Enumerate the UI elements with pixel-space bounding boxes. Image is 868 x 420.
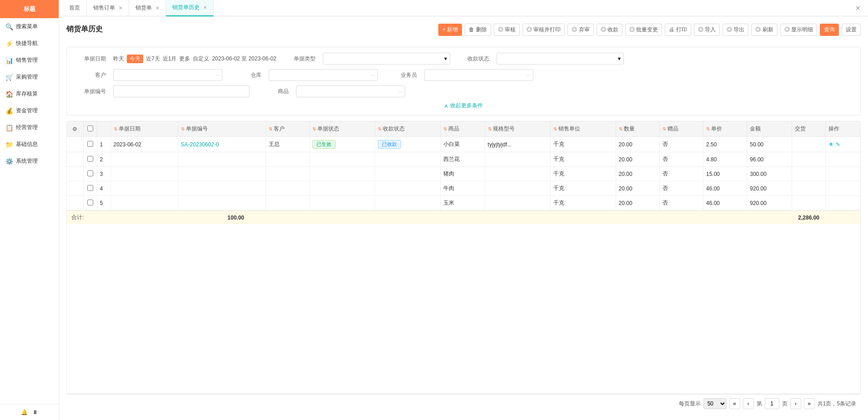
warehouse-select[interactable]: ···: [269, 69, 378, 81]
td-doc-no[interactable]: [178, 152, 266, 167]
td-settings: [67, 196, 83, 210]
audit-button[interactable]: ◎ 审核: [494, 24, 520, 36]
refresh-button[interactable]: ◎ 刷新: [751, 24, 777, 36]
td-payment-status: 已收款: [375, 137, 441, 152]
system-mgmt-icon: ⚙️: [5, 158, 13, 165]
tab-sales-order[interactable]: 销售订单 ✕: [87, 0, 129, 16]
td-customer: [266, 167, 309, 181]
date-more[interactable]: 更多: [179, 55, 190, 63]
doc-type-select[interactable]: ▾: [323, 53, 450, 65]
row-checkbox[interactable]: [87, 185, 93, 191]
td-doc-no[interactable]: SA-20230602-0: [178, 137, 266, 152]
sidebar-item-sales-mgmt[interactable]: 📊 销售管理: [0, 52, 59, 69]
td-settings: [67, 137, 83, 152]
td-checkbox[interactable]: [83, 181, 97, 196]
th-settings[interactable]: ⚙: [67, 121, 83, 137]
last-page-button[interactable]: »: [804, 398, 815, 409]
export-button[interactable]: ◎ 导出: [722, 24, 748, 36]
next-page-button[interactable]: ›: [790, 398, 801, 409]
row-checkbox[interactable]: [87, 200, 93, 205]
sidebar-item-operations-mgmt[interactable]: 📋 经营管理: [0, 119, 59, 136]
delete-button[interactable]: 🗑 删除: [465, 24, 491, 36]
th-date[interactable]: ⇅ 单据日期: [110, 121, 178, 137]
date-1month[interactable]: 近1月: [163, 55, 177, 63]
tab-sales-history[interactable]: 销货单历史 ✕: [166, 0, 214, 16]
collect-button[interactable]: ◎ 收款: [597, 24, 622, 36]
th-gift[interactable]: ⇅ 赠品: [659, 121, 703, 137]
sidebar-item-inventory-calc[interactable]: 🏠 库存核算: [0, 85, 59, 102]
first-page-button[interactable]: «: [729, 398, 740, 409]
tab-close-sales-order[interactable]: ✕: [119, 5, 122, 10]
td-doc-no[interactable]: [178, 196, 266, 210]
import-button[interactable]: ◎ 导入: [694, 24, 720, 36]
sidebar-item-label: 快捷导航: [16, 40, 38, 47]
display-detail-button[interactable]: ◎ 显示明细: [780, 24, 817, 36]
settings-button[interactable]: 设置: [842, 24, 861, 36]
td-checkbox[interactable]: [83, 152, 97, 167]
sidebar-item-basic-info[interactable]: 📁 基础信息: [0, 136, 59, 153]
payment-status-select[interactable]: ▾: [497, 53, 624, 65]
date-7days[interactable]: 近7天: [146, 55, 160, 63]
page-label: 第: [757, 400, 762, 408]
window-close-button[interactable]: ✕: [852, 3, 864, 14]
date-custom[interactable]: 自定义: [193, 55, 209, 63]
td-checkbox[interactable]: [83, 137, 97, 152]
collapse-button[interactable]: ∧ 收起更多条件: [74, 102, 853, 110]
per-page-select[interactable]: 50 100 200: [703, 398, 727, 409]
sidebar-bottom-icon1[interactable]: 🔔: [21, 409, 28, 415]
th-unit[interactable]: ⇅ 销售单位: [550, 121, 616, 137]
th-qty[interactable]: ⇅ 数量: [616, 121, 659, 137]
sidebar-item-system-mgmt[interactable]: ⚙️ 系统管理: [0, 153, 59, 170]
sidebar-item-finance-mgmt[interactable]: 💰 资金管理: [0, 102, 59, 119]
new-button[interactable]: + 新增: [438, 24, 462, 36]
th-trade[interactable]: 交货: [792, 121, 826, 137]
print-button[interactable]: 🖨 打印: [665, 24, 691, 36]
sidebar-bottom-icon2[interactable]: ⏸: [32, 409, 38, 415]
td-date: [110, 152, 178, 167]
td-checkbox[interactable]: [83, 167, 97, 181]
row-checkbox[interactable]: [87, 156, 93, 162]
tab-close-sales-delivery[interactable]: ✕: [156, 5, 159, 10]
customer-label: 客户: [74, 71, 106, 79]
staff-select[interactable]: ···: [424, 69, 533, 81]
td-action: [825, 181, 860, 196]
current-page-input[interactable]: [765, 398, 779, 409]
th-goods[interactable]: ⇅ 商品: [441, 121, 485, 137]
date-yesterday[interactable]: 昨天: [113, 55, 124, 63]
goods-select[interactable]: ···: [296, 85, 405, 97]
td-doc-no[interactable]: [178, 167, 266, 181]
row-checkbox[interactable]: [87, 170, 93, 176]
th-customer[interactable]: ⇅ 客户: [266, 121, 309, 137]
row-checkbox[interactable]: [87, 141, 93, 147]
th-checkbox[interactable]: [83, 121, 97, 137]
sidebar-item-search-menu[interactable]: 🔍 搜索菜单: [0, 18, 59, 35]
customer-select[interactable]: ···: [113, 69, 222, 81]
date-today[interactable]: 今天: [127, 55, 143, 63]
th-doc-no[interactable]: ⇅ 单据编号: [178, 121, 266, 137]
prev-page-button[interactable]: ‹: [743, 398, 754, 409]
th-amount[interactable]: 金额: [747, 121, 792, 137]
query-button[interactable]: 查询: [820, 24, 839, 36]
td-unit: 千克: [550, 167, 616, 181]
tab-close-sales-history[interactable]: ✕: [203, 5, 207, 10]
td-payment-status: [375, 196, 441, 210]
sidebar-item-quick-nav[interactable]: ⚡ 快捷导航: [0, 35, 59, 52]
batch-change-button[interactable]: ◎ 批量变更: [625, 24, 662, 36]
th-payment-status[interactable]: ⇅ 收款状态: [375, 121, 441, 137]
tab-home[interactable]: 首页: [63, 0, 87, 16]
sidebar-item-purchase-mgmt[interactable]: 🛒 采购管理: [0, 69, 59, 85]
td-doc-no[interactable]: [178, 181, 266, 196]
td-checkbox[interactable]: [83, 196, 97, 210]
abandon-button[interactable]: ◎ 弃审: [567, 24, 593, 36]
th-action: 操作: [825, 121, 860, 137]
td-spec: [485, 181, 550, 196]
select-all-checkbox[interactable]: [87, 125, 93, 131]
tab-sales-delivery[interactable]: 销货单 ✕: [129, 0, 166, 16]
th-doc-status[interactable]: ⇅ 单据状态: [310, 121, 375, 137]
doc-no-input[interactable]: [113, 85, 250, 97]
th-price[interactable]: ⇅ 单价: [703, 121, 747, 137]
audit-print-button[interactable]: ◎ 审核并打印: [522, 24, 565, 36]
th-spec[interactable]: ⇅ 规格型号: [485, 121, 550, 137]
edit-action[interactable]: ✎: [836, 141, 840, 148]
view-action[interactable]: 👁: [828, 141, 834, 148]
